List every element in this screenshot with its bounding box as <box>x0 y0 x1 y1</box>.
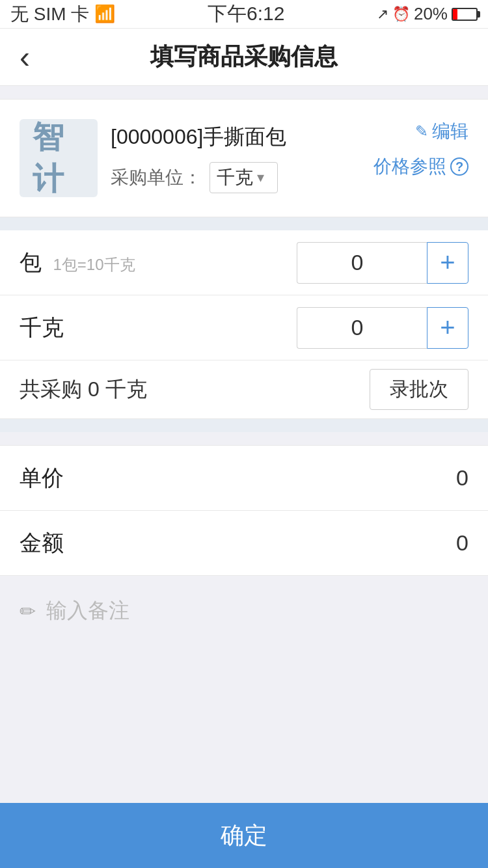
battery-percent: 20% <box>414 4 448 24</box>
location-icon: ↗ <box>377 6 388 23</box>
quantity-row-bao: 包 1包=10千克 + <box>0 230 488 295</box>
summary-text: 共采购 0 千克 <box>20 375 370 404</box>
quantity-label-bao: 包 1包=10千克 <box>20 248 297 278</box>
notes-section[interactable]: ✏ 输入备注 <box>0 577 488 645</box>
confirm-bar[interactable]: 确定 <box>0 803 488 868</box>
product-logo: 智计 <box>33 116 85 200</box>
edit-label: 编辑 <box>432 119 468 144</box>
status-right: ↗ ⏰ 20% <box>377 4 478 24</box>
unit-select[interactable]: 千克 ▾ <box>210 162 278 193</box>
confirm-button[interactable]: 确定 <box>221 820 267 852</box>
quantity-input-kg[interactable] <box>297 307 427 349</box>
price-row-unit: 单价 0 <box>0 446 488 511</box>
quantity-plus-kg[interactable]: + <box>427 307 468 349</box>
status-time: 下午6:12 <box>208 1 284 27</box>
section-divider-2 <box>0 419 488 432</box>
price-value-unit: 0 <box>456 465 468 491</box>
product-card: 智计 [0000006]手撕面包 采购单位： 千克 ▾ ✎ 编辑 价格参照 ? <box>0 99 488 217</box>
status-bar: 无 SIM 卡 📶 下午6:12 ↗ ⏰ 20% <box>0 0 488 29</box>
product-info: [0000006]手撕面包 采购单位： 千克 ▾ <box>111 123 360 193</box>
clock-icon: ⏰ <box>392 6 410 23</box>
product-unit-row: 采购单位： 千克 ▾ <box>111 162 360 193</box>
quantity-plus-bao[interactable]: + <box>427 242 468 284</box>
quantity-sublabel-bao: 1包=10千克 <box>53 256 135 273</box>
price-label-unit: 单价 <box>20 463 456 493</box>
page-title: 填写商品采购信息 <box>150 41 338 73</box>
summary-row: 共采购 0 千克 录批次 <box>0 360 488 419</box>
sim-text: 无 SIM 卡 <box>10 2 89 27</box>
price-label-amount: 金额 <box>20 528 456 558</box>
price-ref-button[interactable]: 价格参照 ? <box>373 154 468 179</box>
unit-value: 千克 <box>217 165 253 190</box>
nav-bar: ‹ 填写商品采购信息 <box>0 29 488 86</box>
quantity-section: 包 1包=10千克 + 千克 + <box>0 230 488 360</box>
quantity-input-wrapper-bao: + <box>297 242 468 284</box>
unit-label: 采购单位： <box>111 165 202 190</box>
quantity-input-bao[interactable] <box>297 242 427 284</box>
unit-dropdown-arrow: ▾ <box>257 169 264 186</box>
price-ref-icon: ? <box>450 157 468 176</box>
quantity-row-kg: 千克 + <box>0 295 488 360</box>
product-name: [0000006]手撕面包 <box>111 123 360 152</box>
edit-pencil-icon: ✎ <box>415 122 428 141</box>
price-ref-label: 价格参照 <box>373 154 446 179</box>
notes-placeholder: 输入备注 <box>46 597 129 625</box>
pencil-icon: ✏ <box>20 600 36 623</box>
price-row-amount: 金额 0 <box>0 511 488 576</box>
product-actions: ✎ 编辑 价格参照 ? <box>373 119 468 179</box>
status-left: 无 SIM 卡 📶 <box>10 2 115 27</box>
price-section: 单价 0 金额 0 <box>0 445 488 576</box>
section-divider-1 <box>0 217 488 230</box>
price-value-amount: 0 <box>456 530 468 556</box>
edit-button[interactable]: ✎ 编辑 <box>415 119 468 144</box>
quantity-input-wrapper-kg: + <box>297 307 468 349</box>
batch-button[interactable]: 录批次 <box>370 369 468 410</box>
product-image: 智计 <box>20 119 98 197</box>
back-button[interactable]: ‹ <box>20 42 30 73</box>
battery-icon <box>452 8 478 21</box>
quantity-label-kg: 千克 <box>20 313 297 343</box>
wifi-icon: 📶 <box>94 4 115 24</box>
